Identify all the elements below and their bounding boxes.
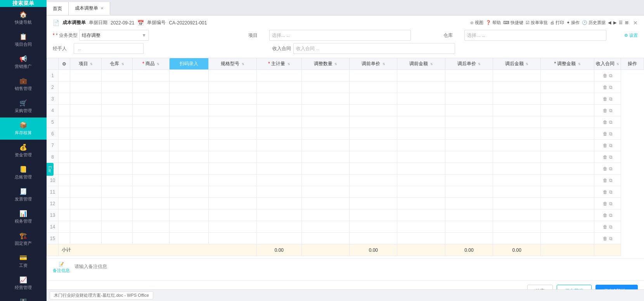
cell-after_amount-6[interactable] [445,128,493,140]
sidebar-item-ledger[interactable]: 📒总账管理 [0,162,47,184]
cell-spec-11[interactable] [170,186,209,198]
list-view-btn[interactable]: ☰ [619,20,623,25]
cell-adjust_amount-7[interactable] [493,140,541,151]
cell-warehouse-5[interactable] [70,116,102,128]
cell-product-10[interactable] [101,175,133,186]
cell-spec-2[interactable] [170,81,209,93]
cell-after_amount-2[interactable] [445,81,493,93]
notes-input[interactable] [73,262,638,277]
cell-after_price-15[interactable] [397,233,445,244]
cell-income_contract-9[interactable] [541,163,594,175]
cell-before_price-5[interactable] [301,116,349,128]
cell-project-7[interactable] [59,140,70,151]
cell-product-3[interactable] [101,93,133,105]
cell-scan-8[interactable] [133,151,170,163]
cell-adjust_amount-12[interactable] [493,198,541,209]
sidebar-item-fixed-assets[interactable]: 🏗️固定资产 [0,228,47,250]
settings-view-btn[interactable]: ⊞ [625,20,628,25]
cell-spec-10[interactable] [170,175,209,186]
cell-unit-6[interactable] [209,128,256,140]
view-btn[interactable]: ⊙ 视图 [470,20,483,26]
cell-before_amount-15[interactable] [350,233,397,244]
sidebar-item-tax[interactable]: 📊税务管理 [0,206,47,228]
cell-adjust_qty-11[interactable] [256,186,301,198]
sidebar-logo[interactable]: 搜索菜单 [0,0,47,7]
cell-project-8[interactable] [59,151,70,163]
delete-icon-4[interactable]: 🗑 [603,108,608,113]
cell-income_contract-3[interactable] [541,93,594,105]
sidebar-item-marketing[interactable]: 📢营销推广 [0,51,47,73]
cell-warehouse-15[interactable] [70,233,102,244]
actions-btn[interactable]: ✦ 操作 [566,20,580,26]
col-settings[interactable]: ⚙ [59,58,70,70]
copy-icon-13[interactable]: ⧉ [609,213,613,218]
copy-icon-3[interactable]: ⧉ [609,96,613,102]
cell-after_price-4[interactable] [397,105,445,116]
handler-input[interactable]: ... [74,43,144,54]
income-contract-input[interactable]: 收入合同 ... [293,43,455,54]
cell-product-12[interactable] [101,198,133,209]
delete-icon-1[interactable]: 🗑 [603,73,608,78]
cell-adjust_qty-4[interactable] [256,105,301,116]
cell-before_amount-10[interactable] [350,175,397,186]
cell-adjust_qty-10[interactable] [256,175,301,186]
cell-unit-3[interactable] [209,93,256,105]
delete-icon-8[interactable]: 🗑 [603,154,608,160]
cell-warehouse-1[interactable] [70,70,102,81]
cell-before_amount-13[interactable] [350,209,397,221]
cell-after_price-14[interactable] [397,221,445,233]
warehouse-input[interactable]: 选择... ... [464,30,606,41]
cell-adjust_amount-15[interactable] [493,233,541,244]
cell-project-2[interactable] [59,81,70,93]
taskbar-item[interactable]: 木门行业好业财处理方案-墓红红.doc - WPS Office [50,291,153,299]
cell-adjust_qty-1[interactable] [256,70,301,81]
delete-icon-11[interactable]: 🗑 [603,189,608,195]
cell-spec-4[interactable] [170,105,209,116]
cell-product-14[interactable] [101,221,133,233]
copy-icon-2[interactable]: ⧉ [609,85,613,90]
cell-after_amount-15[interactable] [445,233,493,244]
cell-scan-4[interactable] [133,105,170,116]
cell-after_price-6[interactable] [397,128,445,140]
notes-icon[interactable]: 📝 备注信息 [53,262,70,273]
copy-icon-1[interactable]: ⧉ [609,73,613,78]
cell-project-1[interactable] [59,70,70,81]
cell-adjust_qty-15[interactable] [256,233,301,244]
shortcut-btn[interactable]: ⌨ 快捷键 [503,20,523,26]
cell-before_price-8[interactable] [301,151,349,163]
cell-income_contract-13[interactable] [541,209,594,221]
cell-adjust_amount-5[interactable] [493,116,541,128]
cell-after_amount-3[interactable] [445,93,493,105]
cell-adjust_amount-8[interactable] [493,151,541,163]
cell-scan-9[interactable] [133,163,170,175]
cell-adjust_qty-2[interactable] [256,81,301,93]
cell-income_contract-2[interactable] [541,81,594,93]
copy-icon-11[interactable]: ⧉ [609,189,613,195]
cell-scan-11[interactable] [133,186,170,198]
cell-adjust_qty-12[interactable] [256,198,301,209]
cell-scan-5[interactable] [133,116,170,128]
cell-after_amount-12[interactable] [445,198,493,209]
cell-after_amount-13[interactable] [445,209,493,221]
cell-before_price-15[interactable] [301,233,349,244]
cell-income_contract-1[interactable] [541,70,594,81]
cell-warehouse-9[interactable] [70,163,102,175]
cell-unit-14[interactable] [209,221,256,233]
close-btn[interactable]: ✕ [633,20,638,26]
cell-before_price-12[interactable] [301,198,349,209]
cell-adjust_qty-6[interactable] [256,128,301,140]
cell-after_amount-4[interactable] [445,105,493,116]
cell-before_price-13[interactable] [301,209,349,221]
cell-adjust_qty-5[interactable] [256,116,301,128]
cell-scan-3[interactable] [133,93,170,105]
sidebar-item-quick-nav[interactable]: 🏠快捷导航 [0,7,47,29]
cell-before_amount-6[interactable] [350,128,397,140]
cell-project-9[interactable] [59,163,70,175]
sidebar-item-finance[interactable]: 💰资金管理 [0,140,47,162]
sidebar-item-operations[interactable]: 📈经营管理 [0,272,47,294]
cell-after_price-3[interactable] [397,93,445,105]
cell-spec-1[interactable] [170,70,209,81]
cell-unit-5[interactable] [209,116,256,128]
project-input[interactable]: 选择... ... [269,30,411,41]
cell-before_amount-1[interactable] [350,70,397,81]
